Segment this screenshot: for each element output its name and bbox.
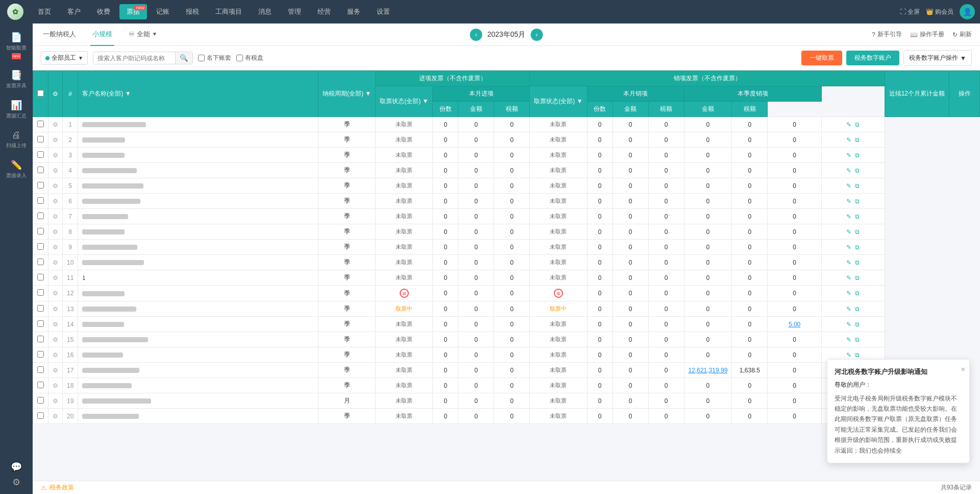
edit-btn[interactable]: ✎ [846, 336, 851, 343]
edit-btn[interactable]: ✎ [846, 182, 851, 190]
copy-btn[interactable]: ⧉ [855, 274, 860, 281]
row-checkbox[interactable] [37, 382, 44, 388]
copy-btn[interactable]: ⧉ [855, 305, 860, 313]
sidebar-item-invoice-open[interactable]: 📑 发票开具 [2, 65, 31, 93]
copy-btn[interactable]: ⧉ [855, 152, 860, 159]
search-input[interactable] [93, 53, 175, 64]
row-checkbox[interactable] [37, 412, 44, 419]
sidebar-item-summary[interactable]: 📊 票据汇总 [2, 96, 31, 124]
copy-btn[interactable]: ⧉ [855, 198, 860, 205]
row-checkbox[interactable] [37, 121, 44, 127]
copy-btn[interactable]: ⧉ [855, 213, 860, 220]
user-avatar[interactable]: 👤 [960, 4, 975, 19]
copy-btn[interactable]: ⧉ [855, 321, 860, 328]
row-checkbox[interactable] [37, 320, 44, 327]
copy-btn[interactable]: ⧉ [855, 228, 860, 236]
copy-btn[interactable]: ⧉ [855, 121, 860, 128]
edit-btn[interactable]: ✎ [846, 136, 851, 144]
youshui-checkbox-label[interactable]: 有税盘 [236, 54, 263, 62]
prev-month-btn[interactable]: ‹ [470, 29, 482, 41]
row-checkbox[interactable] [37, 136, 44, 143]
xiazhang-checkbox[interactable] [198, 55, 205, 61]
manual-btn[interactable]: 📖 操作手册 [910, 30, 944, 39]
row-checkbox[interactable] [37, 336, 44, 342]
xiazhang-checkbox-label[interactable]: 名下账套 [198, 54, 231, 62]
employee-select[interactable]: 全部员工 ▼ [41, 51, 88, 65]
edit-btn[interactable]: ✎ [846, 305, 851, 313]
sidebar-item-scan[interactable]: 🖨 扫描上传 [2, 126, 31, 153]
th-customer-name[interactable]: 客户名称(全部) ▼ [78, 71, 318, 117]
edit-btn[interactable]: ✎ [846, 259, 851, 266]
guide-btn[interactable]: ? 新手引导 [872, 30, 902, 39]
tab-general-taxpayer[interactable]: 一般纳税人 [41, 23, 78, 46]
edit-btn[interactable]: ✎ [846, 351, 851, 359]
row-checkbox[interactable] [37, 351, 44, 358]
nav-business[interactable]: 工商项目 [208, 4, 249, 19]
copy-btn[interactable]: ⧉ [855, 259, 860, 266]
tax-policy-link[interactable]: 税务政策 [50, 483, 74, 492]
nav-tax[interactable]: 报税 [179, 4, 206, 19]
select-all-checkbox[interactable] [37, 90, 44, 97]
one-click-btn[interactable]: 一键取票 [801, 51, 842, 65]
edit-btn[interactable]: ✎ [846, 228, 851, 236]
nav-bookkeeping[interactable]: 记账 [149, 4, 177, 19]
copy-btn[interactable]: ⧉ [855, 167, 860, 174]
row-checkbox[interactable] [37, 228, 44, 234]
edit-btn[interactable]: ✎ [846, 321, 851, 328]
row-checkbox[interactable] [37, 258, 44, 265]
tab-small-scale[interactable]: 小规模 [90, 23, 114, 46]
tab-all[interactable]: ♾ 全能 ▼ [127, 23, 159, 46]
nav-messages[interactable]: 消息 [251, 4, 279, 19]
edit-btn[interactable]: ✎ [846, 290, 851, 297]
copy-btn[interactable]: ⧉ [855, 290, 860, 297]
search-btn[interactable]: 🔍 [175, 52, 192, 64]
edit-btn[interactable]: ✎ [846, 167, 851, 174]
copy-btn[interactable]: ⧉ [855, 336, 860, 343]
th-out-status[interactable]: 取票状态(全部) ▼ [530, 86, 587, 117]
edit-btn[interactable]: ✎ [846, 244, 851, 251]
nav-customers[interactable]: 客户 [60, 4, 88, 19]
sidebar-item-entry[interactable]: ✏️ 票据录入 [2, 155, 31, 183]
row-checkbox[interactable] [37, 182, 44, 189]
copy-btn[interactable]: ⧉ [855, 244, 860, 251]
nav-settings[interactable]: 设置 [370, 4, 397, 19]
next-month-btn[interactable]: › [530, 29, 543, 41]
nav-services[interactable]: 服务 [340, 4, 368, 19]
row-checkbox[interactable] [37, 366, 44, 373]
youshui-checkbox[interactable] [236, 55, 243, 61]
copy-btn[interactable]: ⧉ [855, 182, 860, 190]
row-checkbox[interactable] [37, 197, 44, 204]
tax-digital-btn[interactable]: 税务数字账户 [846, 51, 899, 65]
tax-digital-ops-btn[interactable]: 税务数字账户操作 ▼ [903, 50, 972, 66]
sidebar-item-smart-ticket[interactable]: 📄 智能取票 new [2, 28, 31, 63]
vip-btn[interactable]: 👑 购会员 [926, 8, 953, 16]
copy-btn[interactable]: ⧉ [855, 351, 860, 359]
row-checkbox[interactable] [37, 397, 44, 404]
nav-manage[interactable]: 管理 [281, 4, 308, 19]
nav-fees[interactable]: 收费 [90, 4, 117, 19]
fullscreen-btn[interactable]: ⛶ 全屏 [900, 8, 920, 16]
copy-btn[interactable]: ⧉ [855, 136, 860, 144]
row-checkbox[interactable] [37, 305, 44, 312]
nav-home[interactable]: 首页 [31, 4, 58, 19]
row-checkbox[interactable] [37, 213, 44, 219]
message-icon[interactable]: 💬 [11, 461, 22, 473]
edit-btn[interactable]: ✎ [846, 213, 851, 220]
nav-operations[interactable]: 经营 [310, 4, 338, 19]
notification-close-btn[interactable]: × [961, 364, 965, 375]
row-checkbox[interactable] [37, 289, 44, 296]
row-checkbox[interactable] [37, 167, 44, 173]
settings-icon[interactable]: ⚙ [12, 477, 20, 488]
row-checkbox[interactable] [37, 151, 44, 158]
th-period[interactable]: 纳税周期(全部) ▼ [318, 71, 375, 117]
row-customer-name [78, 132, 318, 148]
refresh-btn[interactable]: ↻ 刷新 [952, 30, 972, 39]
nav-tickets[interactable]: 票据 new [119, 4, 147, 19]
th-in-status[interactable]: 取票状态(全部) ▼ [376, 86, 433, 117]
edit-btn[interactable]: ✎ [846, 274, 851, 281]
edit-btn[interactable]: ✎ [846, 198, 851, 205]
row-checkbox[interactable] [37, 243, 44, 250]
edit-btn[interactable]: ✎ [846, 152, 851, 159]
row-checkbox[interactable] [37, 274, 44, 280]
edit-btn[interactable]: ✎ [846, 121, 851, 128]
